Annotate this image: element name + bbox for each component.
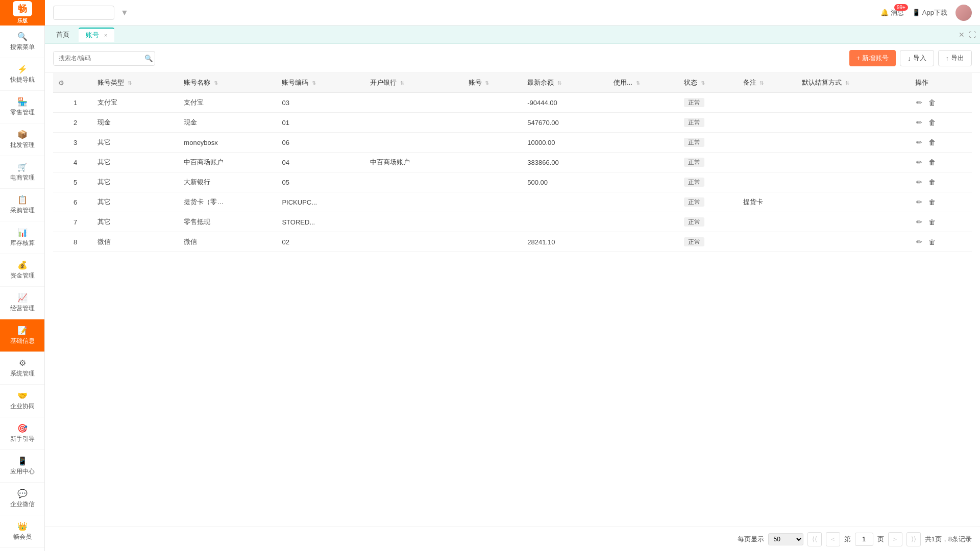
add-account-button[interactable]: + 新增账号 <box>849 50 896 66</box>
prev-page-button[interactable]: ＜ <box>826 532 840 546</box>
th-account-type[interactable]: 账号类型 ⇅ <box>93 73 180 93</box>
delete-button-6[interactable]: 🗑 <box>927 217 937 227</box>
sidebar-item-7[interactable]: 💰资金管理 <box>0 254 44 287</box>
sidebar-item-12[interactable]: 🎯新手引导 <box>0 417 44 450</box>
tab-fullscreen-icon[interactable]: ⛶ <box>969 31 976 39</box>
cell-balance-3: 383866.00 <box>523 153 609 172</box>
cell-account-code-3: 04 <box>278 153 366 172</box>
edit-button-1[interactable]: ✏ <box>915 117 923 128</box>
cell-index-7: 8 <box>69 232 93 252</box>
th-account-code[interactable]: 账号编码 ⇅ <box>278 73 366 93</box>
cell-default-settlement-4 <box>798 172 911 192</box>
cell-open-bank-5 <box>366 192 464 212</box>
sidebar-item-3[interactable]: 📦批发管理 <box>0 123 44 156</box>
sidebar-item-2[interactable]: 🏪零售管理 <box>0 91 44 123</box>
messages-button[interactable]: 🔔 消息 99+ <box>880 8 904 17</box>
sidebar-item-9[interactable]: 📝基础信息 <box>0 319 44 352</box>
edit-button-0[interactable]: ✏ <box>915 97 923 108</box>
export-button[interactable]: ↑ 导出 <box>938 50 972 66</box>
cell-account-code-2: 06 <box>278 133 366 153</box>
tab-close-icon[interactable]: ✕ <box>959 31 965 39</box>
delete-button-3[interactable]: 🗑 <box>927 157 937 167</box>
delete-button-0[interactable]: 🗑 <box>927 97 937 108</box>
topbar-search-input[interactable] <box>53 6 114 20</box>
search-input[interactable] <box>54 52 140 65</box>
edit-button-3[interactable]: ✏ <box>915 157 923 167</box>
cell-default-settlement-0 <box>798 93 911 113</box>
cell-balance-5 <box>523 192 609 212</box>
tab-home[interactable]: 首页 <box>49 28 77 42</box>
mobile-icon: 📱 <box>912 9 920 16</box>
total-label: 共1页，8条记录 <box>925 535 972 544</box>
th-open-bank[interactable]: 开户银行 ⇅ <box>366 73 464 93</box>
th-status[interactable]: 状态 ⇅ <box>680 73 739 93</box>
cell-settings-6 <box>53 212 69 232</box>
app-download-button[interactable]: 📱 App下载 <box>912 8 947 17</box>
cell-index-2: 3 <box>69 133 93 153</box>
sidebar-item-10[interactable]: ⚙系统管理 <box>0 352 44 385</box>
tab-account-close[interactable]: × <box>104 32 107 38</box>
import-button[interactable]: ↓ 导入 <box>900 50 934 66</box>
cell-usage-1 <box>609 113 680 133</box>
delete-button-5[interactable]: 🗑 <box>927 197 937 207</box>
last-page-button[interactable]: ⟩⟩ <box>906 532 921 546</box>
user-avatar[interactable] <box>955 5 972 21</box>
sidebar-icon-3: 📦 <box>17 130 28 139</box>
cell-account-3 <box>464 153 524 172</box>
topbar-dropdown-icon[interactable]: ▼ <box>120 8 129 17</box>
sidebar-icon-6: 📊 <box>17 228 28 237</box>
edit-button-7[interactable]: ✏ <box>915 237 923 247</box>
edit-button-2[interactable]: ✏ <box>915 137 923 147</box>
settings-icon[interactable]: ⚙ <box>58 79 64 87</box>
status-badge-7: 正常 <box>684 237 704 246</box>
cell-account-name-6: 零售抵现 <box>180 212 278 232</box>
sidebar-item-14[interactable]: 💬企业微信 <box>0 483 44 515</box>
delete-button-7[interactable]: 🗑 <box>927 237 937 247</box>
cell-default-settlement-6 <box>798 212 911 232</box>
edit-button-6[interactable]: ✏ <box>915 217 923 227</box>
cell-account-type-0: 支付宝 <box>93 93 180 113</box>
next-page-button[interactable]: ＞ <box>888 532 902 546</box>
cell-operations-1: ✏ 🗑 <box>911 113 972 133</box>
th-account-name[interactable]: 账号名称 ⇅ <box>180 73 278 93</box>
cell-account-name-4: 大新银行 <box>180 172 278 192</box>
sidebar-item-1[interactable]: ⚡快捷导航 <box>0 58 44 91</box>
delete-button-1[interactable]: 🗑 <box>927 117 937 128</box>
cell-account-7 <box>464 232 524 252</box>
cell-default-settlement-1 <box>798 113 911 133</box>
cell-account-code-0: 03 <box>278 93 366 113</box>
cell-usage-0 <box>609 93 680 113</box>
sidebar-item-11[interactable]: 🤝企业协同 <box>0 385 44 417</box>
th-default-settlement[interactable]: 默认结算方式 ⇅ <box>798 73 911 93</box>
sidebar-item-4[interactable]: 🛒电商管理 <box>0 156 44 189</box>
page-number-input[interactable] <box>855 533 873 546</box>
delete-button-4[interactable]: 🗑 <box>927 177 937 187</box>
cell-open-bank-0 <box>366 93 464 113</box>
sidebar-item-13[interactable]: 📱应用中心 <box>0 450 44 483</box>
cell-balance-1: 547670.00 <box>523 113 609 133</box>
first-page-button[interactable]: ⟨⟨ <box>807 532 822 546</box>
sidebar-label-0: 搜索菜单 <box>10 43 35 52</box>
sidebar-item-0[interactable]: 🔍搜索菜单 <box>0 26 44 58</box>
search-button[interactable]: 🔍 <box>140 52 155 65</box>
sidebar-icon-4: 🛒 <box>17 162 28 172</box>
cell-account-5 <box>464 192 524 212</box>
sidebar-item-15[interactable]: 👑畅会员 <box>0 515 44 548</box>
edit-button-4[interactable]: ✏ <box>915 177 923 187</box>
tab-account[interactable]: 账号 × <box>79 28 114 42</box>
cell-status-1: 正常 <box>680 113 739 133</box>
edit-button-5[interactable]: ✏ <box>915 197 923 207</box>
cell-account-name-7: 微信 <box>180 232 278 252</box>
cell-status-3: 正常 <box>680 153 739 172</box>
th-remarks[interactable]: 备注 ⇅ <box>739 73 798 93</box>
sidebar-item-5[interactable]: 📋采购管理 <box>0 189 44 221</box>
delete-button-2[interactable]: 🗑 <box>927 137 937 147</box>
th-usage[interactable]: 使用... ⇅ <box>609 73 680 93</box>
th-account[interactable]: 账号 ⇅ <box>464 73 524 93</box>
page-size-select[interactable]: 50 20 100 <box>768 533 803 545</box>
th-balance[interactable]: 最新余额 ⇅ <box>523 73 609 93</box>
sidebar-label-7: 资金管理 <box>10 271 35 280</box>
sidebar-item-8[interactable]: 📈经营管理 <box>0 287 44 319</box>
cell-remarks-1 <box>739 113 798 133</box>
sidebar-item-6[interactable]: 📊库存核算 <box>0 221 44 254</box>
